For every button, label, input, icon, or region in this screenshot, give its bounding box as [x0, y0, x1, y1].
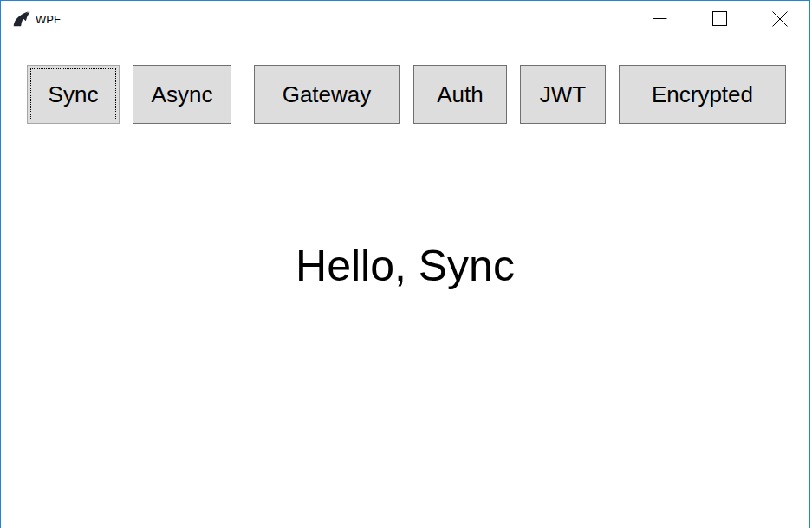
auth-button[interactable]: Auth	[413, 65, 507, 124]
wpf-logo-icon	[11, 10, 30, 29]
sync-button[interactable]: Sync	[27, 65, 120, 124]
close-button[interactable]	[750, 1, 809, 39]
titlebar: WPF	[1, 1, 809, 39]
maximize-icon	[712, 11, 727, 29]
jwt-button[interactable]: JWT	[520, 65, 606, 124]
minimize-icon	[653, 11, 667, 29]
maximize-button[interactable]	[690, 1, 750, 39]
async-button[interactable]: Async	[133, 65, 231, 124]
app-window: WPF	[0, 0, 810, 528]
window-title: WPF	[36, 1, 61, 39]
close-icon	[772, 11, 788, 29]
encrypted-button[interactable]: Encrypted	[619, 65, 786, 124]
caption-buttons	[630, 1, 809, 39]
gateway-button[interactable]: Gateway	[254, 65, 400, 124]
greeting-text: Hello, Sync	[1, 242, 809, 290]
minimize-button[interactable]	[630, 1, 690, 39]
